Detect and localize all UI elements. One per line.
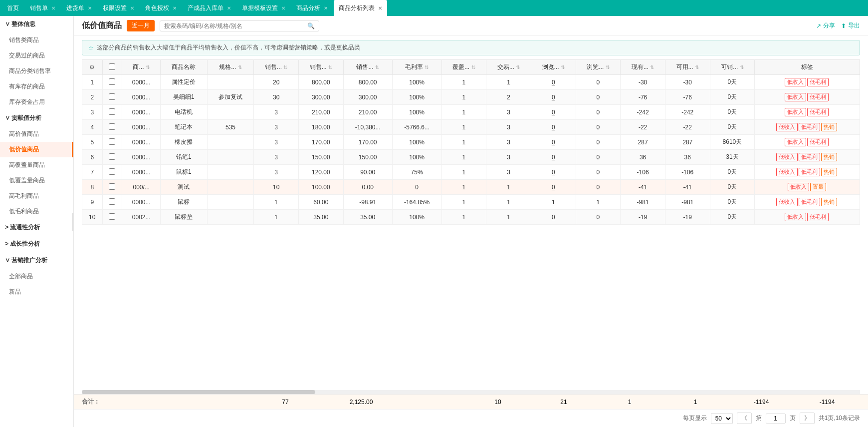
cell-view1[interactable]: 0 (531, 180, 576, 195)
cell-check[interactable] (102, 195, 122, 210)
row-checkbox[interactable] (109, 198, 115, 205)
nav-close-单据模板设置[interactable]: ✕ (281, 5, 285, 11)
view-link[interactable]: 0 (552, 169, 555, 176)
scrollbar-area[interactable] (82, 390, 860, 394)
row-checkbox[interactable] (109, 183, 115, 190)
filter-btn[interactable]: 近一月 (127, 20, 155, 31)
nav-close-权限设置[interactable]: ✕ (130, 5, 134, 11)
view-link[interactable]: 0 (552, 79, 555, 86)
page-size-select[interactable]: 50 (711, 413, 733, 424)
next-page-btn[interactable]: 》 (800, 413, 815, 424)
cell-check[interactable] (102, 165, 122, 180)
cell-view1[interactable]: 1 (531, 195, 576, 210)
row-checkbox[interactable] (109, 78, 115, 85)
view-link[interactable]: 0 (552, 184, 555, 191)
share-btn[interactable]: ↗ 分享 (816, 21, 835, 30)
cell-check[interactable] (102, 210, 122, 225)
cell-view1[interactable]: 0 (531, 120, 576, 135)
row-checkbox[interactable] (109, 138, 115, 145)
nav-item-角色授权[interactable]: 角色授权✕ (140, 0, 182, 16)
sidebar-group-贡献值分析[interactable]: ∨ 贡献值分析 (0, 110, 73, 126)
search-icon[interactable]: 🔍 (307, 22, 315, 29)
sidebar-item-高价值商品[interactable]: 高价值商品 (0, 126, 73, 142)
cell-no: 2 (82, 90, 103, 105)
cell-check[interactable] (102, 135, 122, 150)
cell-check[interactable] (102, 90, 122, 105)
nav-close-商品分析[interactable]: ✕ (324, 5, 328, 11)
sidebar-group-成长性分析[interactable]: > 成长性分析 (0, 236, 73, 252)
nav-item-权限设置[interactable]: 权限设置✕ (98, 0, 139, 16)
sidebar-item-高覆盖量商品[interactable]: 高覆盖量商品 (0, 157, 73, 173)
nav-close-进货单[interactable]: ✕ (88, 5, 92, 11)
nav-close-销售单[interactable]: ✕ (51, 5, 55, 11)
cell-view1[interactable]: 0 (531, 135, 576, 150)
row-checkbox[interactable] (109, 213, 115, 220)
nav-close-产成品入库单[interactable]: ✕ (227, 5, 231, 11)
select-all-checkbox[interactable] (109, 63, 115, 70)
view-link[interactable]: 0 (552, 154, 555, 161)
row-checkbox[interactable] (109, 168, 115, 175)
cell-check[interactable] (102, 105, 122, 120)
sidebar-group-营销推广分析[interactable]: ∨ 营销推广分析 (0, 252, 73, 269)
search-box[interactable]: 🔍 (160, 20, 319, 31)
sidebar-collapse-btn[interactable]: ◀ (72, 213, 74, 231)
cell-view2: 0 (576, 180, 621, 195)
view-link[interactable]: 0 (552, 94, 555, 101)
cell-check[interactable] (102, 120, 122, 135)
row-checkbox[interactable] (109, 93, 115, 100)
nav-item-单据模板设置[interactable]: 单据模板设置✕ (237, 0, 290, 16)
cell-view1[interactable]: 0 (531, 105, 576, 120)
view-link[interactable]: 0 (552, 214, 555, 221)
sidebar-item-商品分类销售率[interactable]: 商品分类销售率 (0, 63, 73, 79)
cell-check[interactable] (102, 180, 122, 195)
view-link[interactable]: 0 (552, 109, 555, 116)
cell-sale4: 0天 (710, 180, 755, 195)
cell-check[interactable] (102, 150, 122, 165)
sidebar-item-低覆盖量商品[interactable]: 低覆盖量商品 (0, 173, 73, 188)
view-link[interactable]: 1 (552, 199, 555, 206)
view-link[interactable]: 0 (552, 124, 555, 131)
cell-view1[interactable]: 0 (531, 165, 576, 180)
sidebar-group-流通性分析[interactable]: > 流通性分析 (0, 219, 73, 236)
nav-item-首页[interactable]: 首页 (2, 0, 24, 16)
nav-item-商品分析[interactable]: 商品分析✕ (291, 0, 333, 16)
row-checkbox[interactable] (109, 153, 115, 160)
row-checkbox[interactable] (109, 108, 115, 115)
sidebar-item-新品[interactable]: 新品 (0, 284, 73, 300)
nav-item-商品分析列表[interactable]: 商品分析列表✕ (334, 0, 387, 16)
cell-cover: 1 (441, 120, 486, 135)
search-input[interactable] (164, 22, 305, 29)
sidebar-item-库存资金占用[interactable]: 库存资金占用 (0, 94, 73, 110)
cell-margin: -164.85% (392, 195, 441, 210)
table-row: 8000/...测试10100.000.0001100-41-410天低收入置量 (82, 180, 860, 195)
sidebar-item-高毛利商品[interactable]: 高毛利商品 (0, 188, 73, 204)
export-btn[interactable]: ⬆ 导出 (841, 21, 860, 30)
nav-item-产成品入库单[interactable]: 产成品入库单✕ (183, 0, 236, 16)
nav-item-销售单[interactable]: 销售单✕ (25, 0, 60, 16)
sidebar-item-有库存的商品[interactable]: 有库存的商品 (0, 79, 73, 94)
nav-item-进货单[interactable]: 进货单✕ (61, 0, 97, 16)
cell-check[interactable] (102, 75, 122, 90)
cell-stock1: -22 (621, 120, 665, 135)
cell-view1[interactable]: 0 (531, 75, 576, 90)
cell-view1[interactable]: 0 (531, 150, 576, 165)
page-input[interactable] (766, 414, 786, 424)
sidebar-item-低价值商品[interactable]: 低价值商品 (0, 142, 73, 157)
scrollbar-thumb[interactable] (82, 390, 315, 394)
first-page-btn[interactable]: 《 (737, 413, 752, 424)
sidebar-group-整体信息[interactable]: ∨ 整体信息 (0, 16, 73, 32)
nav-close-角色授权[interactable]: ✕ (173, 5, 177, 11)
view-link[interactable]: 0 (552, 139, 555, 146)
th-gear[interactable]: ⚙ (82, 60, 103, 75)
sidebar-item-全部商品[interactable]: 全部商品 (0, 269, 73, 284)
nav-close-商品分析列表[interactable]: ✕ (378, 5, 382, 11)
cell-view1[interactable]: 0 (531, 90, 576, 105)
row-checkbox[interactable] (109, 123, 115, 130)
cell-sale3: 210.00 (343, 105, 392, 120)
cell-view1[interactable]: 0 (531, 210, 576, 225)
sidebar-item-交易过的商品[interactable]: 交易过的商品 (0, 48, 73, 63)
tag-低收入: 低收入 (788, 183, 809, 191)
tag-低毛利: 低毛利 (807, 93, 829, 101)
sidebar-item-销售类商品[interactable]: 销售类商品 (0, 32, 73, 48)
sidebar-item-低毛利商品[interactable]: 低毛利商品 (0, 204, 73, 219)
